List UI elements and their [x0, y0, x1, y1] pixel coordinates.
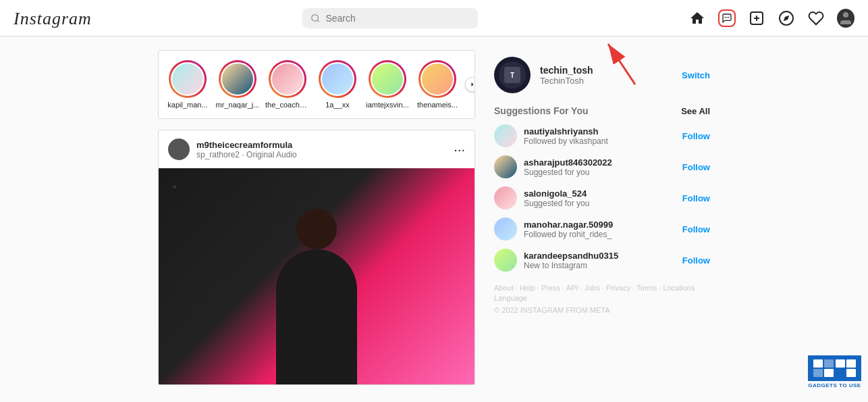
post-image: ●: [159, 168, 474, 384]
suggestion-avatar: [494, 218, 517, 241]
suggestion-avatar: [494, 124, 517, 147]
sidebar-display-name: TechinTosh: [540, 76, 672, 86]
suggestion-username: asharajput846302022: [524, 157, 676, 168]
story-item[interactable]: 1a__xx: [315, 60, 360, 109]
story-username: 1a__xx: [325, 101, 349, 109]
suggestion-item-1: asharajput846302022 Suggested for you Fo…: [494, 155, 710, 178]
story-username: the_coach_...: [265, 101, 310, 109]
footer-link-locations[interactable]: Locations: [663, 284, 699, 292]
suggestion-item-0: nautiyalshriyansh Followed by vikashpant…: [494, 124, 710, 147]
story-item[interactable]: the_coach_...: [265, 60, 310, 109]
suggestion-subtitle: Suggested for you: [524, 199, 676, 208]
footer-link-jobs[interactable]: Jobs: [585, 284, 604, 292]
main-content: kapil_man... mr_naqar_j... the_coach_...…: [0, 36, 868, 399]
story-username: iamtejxsvin...: [366, 101, 409, 109]
follow-button-0[interactable]: Follow: [682, 131, 710, 141]
stories-container: kapil_man... mr_naqar_j... the_coach_...…: [158, 50, 475, 119]
suggestion-info: manohar.nagar.50999 Followed by rohit_ri…: [524, 220, 676, 239]
follow-button-3[interactable]: Follow: [682, 224, 710, 234]
sidebar-copyright: © 2022 INSTAGRAM FROM META: [494, 306, 710, 314]
footer-link-api[interactable]: API: [566, 284, 582, 292]
sidebar-username: techin_tosh: [540, 65, 672, 76]
svg-point-0: [312, 14, 319, 21]
post-user-info: m9theicecreamformula sp_rathore2 · Origi…: [196, 140, 447, 159]
instagram-logo: Instagram: [13, 7, 92, 29]
explore-icon[interactable]: [778, 9, 795, 27]
suggestion-username: karandeepsandhu0315: [524, 251, 676, 261]
story-username: mr_naqar_j...: [216, 101, 260, 109]
sidebar-switch-button[interactable]: Switch: [682, 70, 710, 80]
suggestion-username: manohar.nagar.50999: [524, 220, 676, 230]
sidebar-user-info: techin_tosh TechinTosh: [540, 65, 672, 86]
footer-link-language[interactable]: Language: [494, 294, 527, 302]
search-bar[interactable]: [302, 8, 478, 28]
stories-next-button[interactable]: [465, 77, 475, 92]
suggestion-item-3: manohar.nagar.50999 Followed by rohit_ri…: [494, 218, 710, 241]
story-item[interactable]: thenameis...: [415, 60, 460, 109]
suggestion-item-2: salonigola_524 Suggested for you Follow: [494, 186, 710, 209]
story-item[interactable]: mr_naqar_j...: [215, 60, 260, 109]
suggestion-username: nautiyalshriyansh: [524, 126, 676, 136]
watermark-text: GADGETS TO USE: [808, 382, 861, 388]
footer-link-help[interactable]: Help: [520, 284, 539, 292]
suggestion-subtitle: New to Instagram: [524, 261, 676, 270]
suggestion-info: asharajput846302022 Suggested for you: [524, 157, 676, 177]
navbar: Instagram: [0, 0, 868, 36]
story-item[interactable]: iamtejxsvin...: [365, 60, 410, 109]
watermark: GADGETS TO USE: [808, 355, 861, 388]
post-avatar: [168, 139, 190, 160]
suggestion-username: salonigola_524: [524, 189, 676, 199]
suggestion-avatar: [494, 155, 517, 178]
post-subtitle: sp_rathore2 · Original Audio: [196, 150, 447, 159]
story-username: kapil_man...: [167, 101, 207, 109]
footer-link-privacy[interactable]: Privacy: [606, 284, 634, 292]
story-username: thenameis...: [417, 101, 458, 109]
see-all-button[interactable]: See All: [681, 106, 710, 116]
follow-button-2[interactable]: Follow: [682, 193, 710, 203]
nav-icons: [688, 9, 855, 27]
post-header: m9theicecreamformula sp_rathore2 · Origi…: [159, 130, 474, 168]
feed-column: kapil_man... mr_naqar_j... the_coach_...…: [158, 50, 475, 385]
suggestion-avatar: [494, 186, 517, 209]
messenger-icon[interactable]: [718, 9, 736, 27]
svg-marker-6: [784, 15, 789, 20]
home-icon[interactable]: [688, 9, 706, 27]
post-card: m9theicecreamformula sp_rathore2 · Origi…: [158, 130, 475, 385]
follow-button-4[interactable]: Follow: [682, 255, 710, 266]
create-icon[interactable]: [748, 9, 765, 27]
sidebar-avatar: T: [494, 57, 531, 93]
suggestion-subtitle: Followed by rohit_rides_: [524, 230, 676, 239]
suggestion-info: nautiyalshriyansh Followed by vikashpant: [524, 126, 676, 146]
suggestions-header: Suggestions For You See All: [494, 105, 710, 116]
suggestion-subtitle: Suggested for you: [524, 168, 676, 177]
svg-point-7: [843, 12, 848, 18]
footer-link-about[interactable]: About: [494, 284, 518, 292]
notifications-icon[interactable]: [807, 9, 825, 27]
suggestion-avatar: [494, 249, 517, 272]
suggestions-title: Suggestions For You: [494, 105, 589, 116]
suggestion-info: karandeepsandhu0315 New to Instagram: [524, 251, 676, 270]
footer-link-press[interactable]: Press: [541, 284, 564, 292]
sidebar-footer: About Help Press API Jobs Privacy Terms …: [494, 284, 710, 314]
search-icon: [310, 13, 320, 24]
sidebar: T techin_tosh TechinTosh Switch Suggesti…: [494, 50, 710, 385]
svg-line-1: [317, 20, 319, 22]
suggestion-subtitle: Followed by vikashpant: [524, 136, 676, 146]
follow-button-1[interactable]: Follow: [682, 162, 710, 172]
post-username: m9theicecreamformula: [196, 140, 447, 150]
sidebar-user: T techin_tosh TechinTosh Switch: [494, 57, 710, 93]
suggestion-info: salonigola_524 Suggested for you: [524, 189, 676, 208]
search-input[interactable]: [325, 13, 470, 24]
story-item[interactable]: kapil_man...: [165, 60, 210, 109]
profile-icon[interactable]: [837, 9, 855, 27]
post-more-button[interactable]: ···: [454, 142, 465, 157]
footer-link-terms[interactable]: Terms: [636, 284, 661, 292]
suggestion-item-4: karandeepsandhu0315 New to Instagram Fol…: [494, 249, 710, 272]
sidebar-links: About Help Press API Jobs Privacy Terms …: [494, 284, 710, 302]
